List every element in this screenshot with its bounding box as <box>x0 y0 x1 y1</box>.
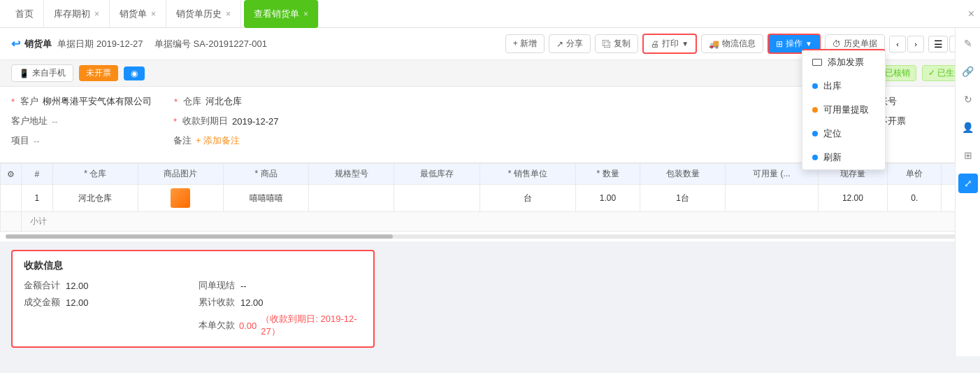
logistics-button[interactable]: 🚚 物流信息 <box>701 34 763 53</box>
address-field: 客户地址 -- <box>11 115 151 127</box>
sidebar-grid-icon[interactable]: ⊞ <box>958 146 978 165</box>
warehouse-field: * 仓库 河北仓库 <box>174 95 314 108</box>
locate-dot <box>812 131 818 136</box>
right-sidebar: ✎ 🔗 ↻ 👤 ⊞ ⤢ <box>955 28 980 356</box>
tab-view-sales-close[interactable]: × <box>303 9 308 19</box>
row-stock: 12.00 <box>818 185 888 212</box>
operate-grid-icon: ⊞ <box>776 39 783 49</box>
main-close-button[interactable]: × <box>968 8 974 20</box>
new-button[interactable]: + 新增 <box>505 34 545 53</box>
dropdown-add-invoice[interactable]: 添加发票 <box>802 50 885 74</box>
tab-sales-order-close[interactable]: × <box>151 9 156 19</box>
cumulative-row: 累计收款 12.00 <box>199 296 362 309</box>
not-opened-button[interactable]: 未开票 <box>79 65 118 81</box>
subtotal-row: 小计 <box>1 212 980 232</box>
tab-home[interactable]: 首页 <box>6 0 44 28</box>
row-quantity[interactable]: 1.00 <box>575 185 640 212</box>
sidebar-edit-icon[interactable]: ✎ <box>958 34 978 53</box>
tab-inventory-init-label: 库存期初 <box>54 8 90 20</box>
tab-sales-history-label: 销货单历史 <box>176 8 222 20</box>
nav-arrows: ‹ › <box>889 36 924 52</box>
col-warehouse: * 仓库 <box>52 164 138 185</box>
col-unit-price: 单价 <box>888 164 942 185</box>
tab-bar: 首页 库存期初 × 销货单 × 销货单历史 × 查看销货单 × × <box>0 0 980 28</box>
add-invoice-icon <box>812 59 822 66</box>
row-unit-price[interactable]: 0. <box>888 185 942 212</box>
scroll-thumb <box>6 234 393 239</box>
transaction-row: 成交金额 12.00 <box>24 296 187 309</box>
view-list-button[interactable]: ☰ <box>928 36 948 52</box>
payment-section: 收款信息 金额合计 12.00 同单现结 -- 成交金额 12.00 累计收款 … <box>11 250 375 348</box>
add-note-button[interactable]: + 添加备注 <box>196 134 240 147</box>
nav-next-button[interactable]: › <box>907 36 924 52</box>
col-gear[interactable]: ⚙ <box>1 164 22 185</box>
sidebar-link-icon[interactable]: 🔗 <box>958 62 978 81</box>
row-product[interactable]: 嘻嘻嘻嘻 <box>223 185 308 212</box>
check-icon: ◉ <box>131 69 138 78</box>
due-date-hint: （收款到期日: 2019-12-27） <box>261 313 362 338</box>
dropdown-locate[interactable]: 定位 <box>802 122 885 146</box>
tab-inventory-init-close[interactable]: × <box>94 9 99 19</box>
row-gear[interactable] <box>1 185 22 212</box>
sidebar-user-icon[interactable]: 👤 <box>958 118 978 137</box>
table-row: 1 河北仓库 嘻嘻嘻嘻 台 1.00 1台 12.00 0. <box>1 185 980 212</box>
row-pack-qty[interactable]: 1台 <box>640 185 726 212</box>
row-available <box>726 185 818 212</box>
doc-actions-section: + 新增 ↗ 分享 ⿻ 复制 🖨 打印 ▼ 🚚 物流信息 ⊞ 操作 ▼ <box>505 34 969 54</box>
copy-icon: ⿻ <box>603 39 611 49</box>
customer-field: * 客户 柳州粤港平安气体有限公司 <box>11 95 152 108</box>
row-num: 1 <box>22 185 53 212</box>
col-min-stock: 最低库存 <box>394 164 480 185</box>
tab-sales-order[interactable]: 销货单 × <box>110 0 166 28</box>
phone-icon: 📱 <box>19 69 29 78</box>
print-button[interactable]: 🖨 打印 ▼ <box>642 34 697 54</box>
tab-inventory-init[interactable]: 库存期初 × <box>44 0 110 28</box>
sidebar-expand-icon[interactable]: ⤢ <box>958 174 978 193</box>
payment-date-field: * 收款到期日 2019-12-27 <box>173 115 313 127</box>
from-phone-button[interactable]: 📱 来自手机 <box>11 64 73 82</box>
print-icon: 🖨 <box>651 39 659 49</box>
row-sales-unit[interactable]: 台 <box>480 185 575 212</box>
sidebar-refresh-icon[interactable]: ↻ <box>958 90 978 109</box>
doc-meta-section: 单据日期 2019-12-27 单据编号 SA-20191227-001 <box>57 38 267 50</box>
col-num: # <box>22 164 53 185</box>
col-product-img: 商品图片 <box>138 164 223 185</box>
tab-sales-history[interactable]: 销货单历史 × <box>166 0 241 28</box>
share-button[interactable]: ↗ 分享 <box>549 34 591 53</box>
col-quantity: * 数量 <box>575 164 640 185</box>
horizontal-scrollbar[interactable] <box>6 234 974 239</box>
tab-home-label: 首页 <box>15 8 34 20</box>
dropdown-refresh[interactable]: 刷新 <box>802 146 885 169</box>
copy-button[interactable]: ⿻ 复制 <box>595 34 638 53</box>
check-button[interactable]: ◉ <box>124 66 145 80</box>
payment-grid: 金额合计 12.00 同单现结 -- 成交金额 12.00 累计收款 12.00… <box>24 279 362 338</box>
payment-title: 收款信息 <box>24 260 362 272</box>
tab-sales-history-close[interactable]: × <box>226 9 231 19</box>
row-warehouse[interactable]: 河北仓库 <box>52 185 138 212</box>
row-spec <box>309 185 394 212</box>
tab-view-sales-label: 查看销货单 <box>254 8 299 20</box>
doc-title-section: ↩ 销货单 <box>11 37 52 50</box>
product-image <box>171 188 190 208</box>
col-product: * 商品 <box>223 164 308 185</box>
project-field: 项目 -- <box>11 134 151 147</box>
subtotal-label: 小计 <box>22 212 980 232</box>
refresh-dot <box>812 155 818 160</box>
logistics-icon: 🚚 <box>709 39 719 49</box>
operate-dropdown: 添加发票 出库 可用量提取 定位 刷新 <box>802 49 886 170</box>
plus-icon: + <box>196 135 201 146</box>
dropdown-outbound[interactable]: 出库 <box>802 74 885 98</box>
table-section: ⚙ # * 仓库 商品图片 * 商品 规格型号 最低库存 * 销售单位 * 数量… <box>0 163 980 241</box>
doc-number-label: 单据编号 SA-20191227-001 <box>154 38 268 50</box>
nav-prev-button[interactable]: ‹ <box>889 36 906 52</box>
tab-view-sales[interactable]: 查看销货单 × <box>244 0 319 28</box>
share-icon: ↗ <box>556 39 563 49</box>
note-field: 备注 + 添加备注 <box>173 134 313 147</box>
tab-sales-order-label: 销货单 <box>120 8 147 20</box>
row-min-stock <box>394 185 480 212</box>
col-pack-qty: 包装数量 <box>640 164 726 185</box>
history-icon: ⏱ <box>833 39 841 49</box>
dropdown-available-qty[interactable]: 可用量提取 <box>802 98 885 122</box>
scroll-area[interactable] <box>0 232 980 241</box>
col-sales-unit: * 销售单位 <box>480 164 575 185</box>
